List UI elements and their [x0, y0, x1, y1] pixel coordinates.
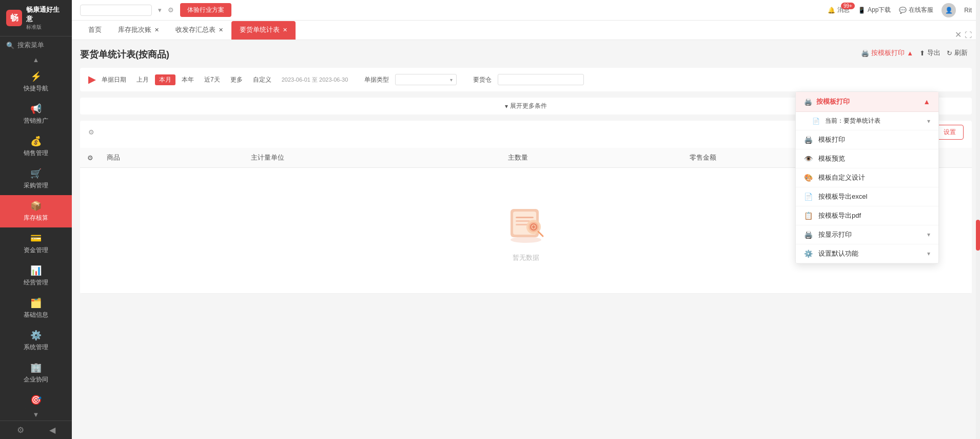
- sidebar-item-marketing[interactable]: 📢 营销推广: [0, 98, 72, 130]
- tab-batch-accounts-close[interactable]: ✕: [154, 27, 159, 33]
- print-btn[interactable]: 🖨️ 按模板打印 ▲: [861, 48, 913, 58]
- svg-rect-3: [516, 217, 534, 218]
- sidebar-item-system[interactable]: ⚙️ 系统管理: [0, 325, 72, 357]
- scrollbar[interactable]: [976, 0, 980, 439]
- logo-icon: 畅: [6, 10, 22, 26]
- expand-more-icon: ▾: [505, 103, 508, 110]
- sidebar-item-inventory[interactable]: 📦 库存核算: [0, 195, 72, 227]
- print-btn-icon: 🖨️: [861, 49, 869, 57]
- refresh-btn[interactable]: ↻ 刷新: [947, 48, 968, 58]
- default-function-arrow: ▾: [927, 250, 930, 257]
- sidebar-item-operations[interactable]: 📊 经营管理: [0, 260, 72, 292]
- sidebar-item-finance[interactable]: 💳 资金管理: [0, 227, 72, 260]
- basic-icon: 🗂️: [30, 297, 42, 309]
- sidebar-item-basic[interactable]: 🗂️ 基础信息: [0, 292, 72, 325]
- main-area: ▾ ⚙ 体验行业方案 🔔 消息 99+ 📱 App下载 💬 在线客服 👤 Rit…: [72, 0, 980, 439]
- print-dropdown-title-text: 按模板打印: [816, 97, 850, 106]
- toolbar-gear-icon[interactable]: ⚙: [88, 128, 94, 136]
- svg-point-0: [511, 237, 541, 243]
- template-preview-label: 模板预览: [818, 154, 845, 163]
- collapse-btn[interactable]: ◀: [49, 425, 55, 435]
- th-product: 商品: [101, 148, 245, 168]
- topbar-gear-icon[interactable]: ⚙: [168, 6, 174, 14]
- date-btn-custom[interactable]: 自定义: [249, 74, 276, 85]
- filter-expand-icon[interactable]: ▶: [88, 74, 95, 85]
- template-export-excel-item[interactable]: 📄 按模板导出excel: [796, 187, 938, 206]
- scroll-down-btn[interactable]: ▼: [31, 409, 42, 421]
- date-btn-this-year[interactable]: 本年: [178, 74, 198, 85]
- refresh-btn-label: 刷新: [954, 48, 968, 58]
- type-filter-select[interactable]: [395, 74, 457, 85]
- trial-btn[interactable]: 体验行业方案: [180, 3, 231, 17]
- print-dropdown-title: 🖨️ 按模板打印: [804, 97, 850, 106]
- current-template-icon: 📄: [812, 118, 820, 125]
- th-unit: 主计量单位: [245, 148, 501, 168]
- page-action-btns: 🖨️ 按模板打印 ▲ ⬆ 导出 ↻ 刷新: [861, 48, 968, 58]
- date-btn-more[interactable]: 更多: [226, 74, 247, 85]
- export-icon: ⬆: [919, 49, 925, 57]
- print-dropdown: 🖨️ 按模板打印 ▲ 📄 当前：要货单统计表 ▾ 🖨️ 模板打印 👁️ 模板预览…: [795, 91, 939, 264]
- system-icon: ⚙️: [30, 330, 42, 341]
- display-print-section[interactable]: 🖨️ 按显示打印 ▾: [796, 225, 938, 244]
- date-btn-last-month[interactable]: 上月: [132, 74, 153, 85]
- tab-collection-summary[interactable]: 收发存汇总表 ✕: [167, 21, 231, 40]
- print-icon: 🖨️: [804, 98, 812, 106]
- sidebar-item-quick-nav[interactable]: ⚡ 快捷导航: [0, 66, 72, 98]
- tab-home[interactable]: 首页: [80, 21, 110, 40]
- sidebar-item-guide[interactable]: 🎯 新手引导: [0, 389, 72, 409]
- scrollbar-thumb[interactable]: [976, 220, 980, 251]
- tab-order-stats-close[interactable]: ✕: [283, 27, 287, 33]
- display-print-arrow: ▾: [927, 231, 930, 238]
- sidebar-item-purchase[interactable]: 🛒 采购管理: [0, 163, 72, 195]
- settings-btn[interactable]: 设置: [936, 125, 964, 140]
- default-function-section[interactable]: ⚙️ 设置默认功能 ▾: [796, 244, 938, 263]
- type-filter-label: 单据类型: [364, 75, 389, 84]
- inventory-icon: 📦: [30, 200, 42, 212]
- scroll-up[interactable]: ▲: [0, 54, 72, 66]
- template-print-icon: 🖨️: [804, 136, 813, 144]
- sidebar-item-sales[interactable]: 💰 销售管理: [0, 130, 72, 163]
- warehouse-filter-input[interactable]: [498, 74, 584, 85]
- scroll-up-btn[interactable]: ▲: [31, 54, 42, 66]
- template-preview-item[interactable]: 👁️ 模板预览: [796, 149, 938, 168]
- search-menu[interactable]: 🔍 搜索菜单: [0, 36, 72, 54]
- filter-panel: ▶ 单据日期 上月 本月 本年 近7天 更多 自定义 2023-06-01 至 …: [80, 68, 972, 91]
- avatar[interactable]: 👤: [942, 3, 956, 17]
- search-menu-label: 搜索菜单: [17, 41, 44, 50]
- display-print-icon: 🖨️: [804, 231, 813, 239]
- date-btn-this-month[interactable]: 本月: [155, 74, 175, 85]
- topbar-search-input[interactable]: [80, 5, 152, 16]
- guide-icon: 🎯: [30, 394, 42, 406]
- template-export-pdf-item[interactable]: 📋 按模板导出pdf: [796, 206, 938, 225]
- quick-nav-icon: ⚡: [30, 71, 42, 82]
- print-current-template[interactable]: 📄 当前：要货单统计表 ▾: [796, 112, 938, 130]
- warehouse-filter-label: 要货仓: [473, 75, 492, 84]
- export-btn-label: 导出: [927, 48, 940, 58]
- date-btn-7days[interactable]: 近7天: [200, 74, 224, 85]
- tab-collection-summary-close[interactable]: ✕: [219, 27, 223, 33]
- notification-icon: 🔔: [828, 7, 835, 14]
- logo-title: 畅康通好生意: [26, 5, 66, 24]
- tab-batch-accounts-label: 库存批次账: [118, 25, 151, 34]
- tabbar-close-icon[interactable]: ✕: [955, 30, 962, 40]
- expand-more-btn[interactable]: ▾ 展开更多条件: [505, 102, 547, 110]
- export-btn[interactable]: ⬆ 导出: [919, 48, 940, 58]
- notification-badge: 99+: [841, 3, 855, 9]
- notification-item[interactable]: 🔔 消息 99+: [828, 6, 850, 14]
- th-quantity: 主数量: [502, 148, 683, 168]
- empty-illustration: [500, 199, 552, 245]
- app-download-item[interactable]: 📱 App下载: [858, 6, 891, 14]
- refresh-icon: ↻: [947, 49, 952, 57]
- print-dropdown-collapse-icon[interactable]: ▲: [923, 98, 930, 106]
- scroll-down[interactable]: ▼: [0, 409, 72, 421]
- tab-batch-accounts[interactable]: 库存批次账 ✕: [110, 21, 167, 40]
- sidebar-item-enterprise[interactable]: 🏢 企业协同: [0, 357, 72, 389]
- template-print-item[interactable]: 🖨️ 模板打印: [796, 130, 938, 149]
- tabbar-expand-icon[interactable]: ⛶: [965, 31, 972, 39]
- template-preview-icon: 👁️: [804, 155, 813, 163]
- settings-bottom-btn[interactable]: ⚙: [17, 425, 24, 435]
- tab-order-stats[interactable]: 要货单统计表 ✕: [231, 21, 296, 40]
- online-service-item[interactable]: 💬 在线客服: [899, 6, 933, 14]
- dropdown-chevron-icon[interactable]: ▾: [158, 6, 162, 14]
- template-design-item[interactable]: 🎨 模板自定义设计: [796, 168, 938, 187]
